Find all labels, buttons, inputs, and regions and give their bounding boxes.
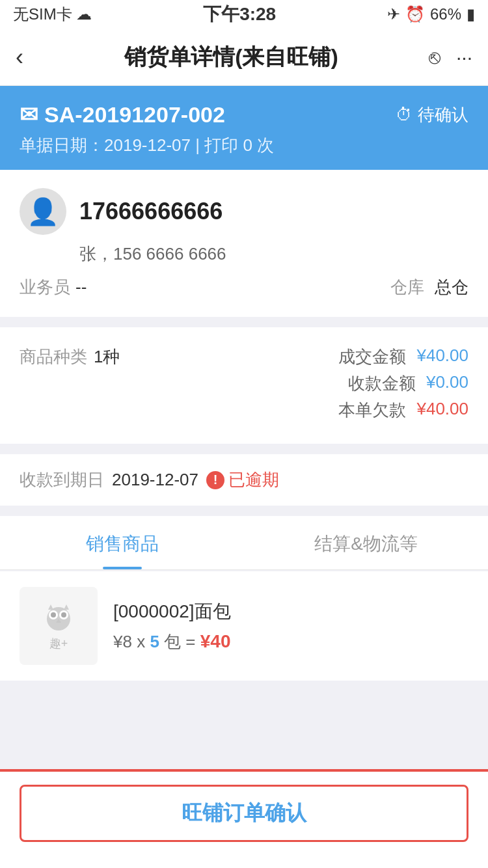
share-button[interactable]: ⎋ — [429, 46, 441, 68]
product-section: 趣+ [0000002]面包 ¥8 x 5 包 = ¥40 — [0, 571, 488, 681]
battery-text: 66% — [430, 5, 461, 23]
overdue-warning-icon: ! — [206, 471, 224, 489]
amount-row: 成交金额 ¥40.00 — [338, 346, 468, 368]
price-equals: = — [185, 632, 200, 651]
more-button[interactable]: ··· — [456, 46, 472, 68]
tabs-row: 销售商品 结算&物流等 — [0, 516, 488, 570]
avatar: 👤 — [20, 188, 66, 235]
product-thumbnail: 趣+ — [20, 587, 98, 665]
order-date: 单据日期：2019-12-07 | 打印 0 次 — [20, 134, 468, 157]
received-label: 收款金额 — [348, 372, 416, 395]
brand-text: 趣+ — [49, 636, 68, 651]
svg-marker-7 — [64, 604, 69, 610]
amount-label: 成交金额 — [338, 346, 406, 368]
order-id-icon: ✉ — [20, 102, 38, 128]
alarm-icon: ⏰ — [405, 5, 425, 23]
order-header-top: ✉ SA-20191207-002 ⏱ 待确认 — [20, 102, 468, 128]
back-button[interactable]: ‹ — [16, 44, 34, 71]
product-item: 趣+ [0000002]面包 ¥8 x 5 包 = ¥40 — [20, 587, 468, 665]
user-icon: 👤 — [27, 197, 59, 227]
order-id: ✉ SA-20191207-002 — [20, 102, 225, 128]
sales-value: -- — [75, 277, 87, 297]
tab-sales[interactable]: 销售商品 — [0, 516, 244, 569]
price-unit-label: 包 — [164, 632, 181, 651]
received-row: 收款金额 ¥0.00 — [338, 372, 468, 395]
customer-phone: 17666666666 — [79, 198, 223, 225]
svg-point-4 — [61, 612, 66, 617]
customer-row: 👤 17666666666 — [20, 188, 468, 235]
bottom-bar: 旺铺订单确认 — [0, 769, 488, 868]
price-total: ¥40 — [200, 631, 231, 651]
due-label: 收款到期日 — [20, 468, 104, 491]
due-date-value: 2019-12-07 — [112, 470, 198, 490]
battery-icon: ▮ — [467, 5, 475, 23]
confirm-order-button[interactable]: 旺铺订单确认 — [20, 785, 468, 842]
tabs-section: 销售商品 结算&物流等 — [0, 516, 488, 570]
svg-point-3 — [51, 612, 56, 617]
status-left: 无SIM卡 ☁ — [13, 4, 92, 25]
customer-section: 👤 17666666666 张，156 6666 6666 业务员 -- 仓库 … — [0, 170, 488, 317]
type-value: 1种 — [94, 346, 120, 368]
product-info: [0000002]面包 ¥8 x 5 包 = ¥40 — [113, 599, 468, 653]
status-bar: 无SIM卡 ☁ 下午3:28 ✈ ⏰ 66% ▮ — [0, 0, 488, 29]
product-price-formula: ¥8 x 5 包 = ¥40 — [113, 631, 468, 653]
location-icon: ✈ — [387, 5, 400, 23]
price-quantity: 5 — [150, 632, 159, 651]
owed-label: 本单欠款 — [338, 399, 406, 422]
nav-actions: ⎋ ··· — [429, 46, 472, 68]
owed-value: ¥40.00 — [416, 399, 468, 422]
price-multiply: x — [137, 632, 150, 651]
order-id-text: SA-20191207-002 — [44, 102, 225, 128]
overdue-text: 已逾期 — [228, 468, 279, 491]
product-type: 商品种类 1种 — [20, 346, 338, 368]
status-time: 下午3:28 — [203, 2, 276, 27]
warehouse-value: 总仓 — [435, 276, 468, 299]
sales-label: 业务员 — [20, 276, 70, 299]
due-date-section: 收款到期日 2019-12-07 ! 已逾期 — [0, 454, 488, 506]
tab-sales-label: 销售商品 — [86, 534, 159, 554]
product-name: [0000002]面包 — [113, 599, 468, 624]
product-logo-svg — [39, 601, 78, 633]
status-right: ✈ ⏰ 66% ▮ — [387, 5, 475, 23]
customer-name: 张，156 6666 6666 — [79, 243, 468, 265]
order-header: ✉ SA-20191207-002 ⏱ 待确认 单据日期：2019-12-07 … — [0, 86, 488, 170]
status-text: 待确认 — [418, 103, 468, 126]
amount-value: ¥40.00 — [416, 346, 468, 368]
overdue-badge: ! 已逾期 — [206, 468, 279, 491]
tab-settlement[interactable]: 结算&物流等 — [244, 516, 488, 569]
no-sim-text: 无SIM卡 ☁ — [13, 4, 92, 25]
warehouse-label: 仓库 — [390, 276, 424, 299]
type-label: 商品种类 — [20, 346, 87, 368]
confirm-button-label: 旺铺订单确认 — [182, 799, 306, 828]
owed-row: 本单欠款 ¥40.00 — [338, 399, 468, 422]
nav-bar: ‹ 销货单详情(来自旺铺) ⎋ ··· — [0, 29, 488, 86]
svg-marker-6 — [48, 604, 53, 610]
tab-settlement-label: 结算&物流等 — [314, 534, 418, 554]
summary-amounts: 成交金额 ¥40.00 收款金额 ¥0.00 本单欠款 ¥40.00 — [338, 346, 468, 426]
thumb-inner: 趣+ — [39, 601, 78, 651]
received-value: ¥0.00 — [426, 372, 468, 395]
summary-section: 商品种类 1种 成交金额 ¥40.00 收款金额 ¥0.00 本单欠款 ¥40.… — [0, 327, 488, 444]
order-status: ⏱ 待确认 — [396, 103, 468, 126]
customer-meta: 业务员 -- 仓库 总仓 — [20, 276, 468, 299]
page-title: 销货单详情(来自旺铺) — [34, 42, 429, 72]
price-unit: ¥8 — [113, 632, 132, 651]
status-clock-icon: ⏱ — [396, 105, 413, 125]
